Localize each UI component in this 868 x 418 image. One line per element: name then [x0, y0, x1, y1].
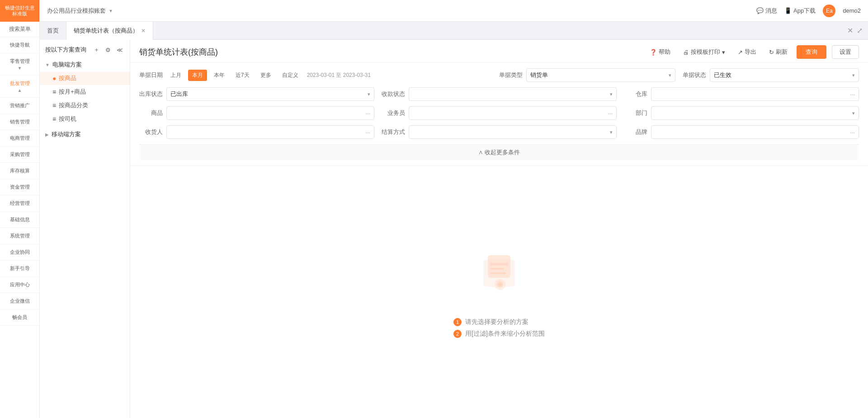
app-logo[interactable]: 畅捷信好生意 标准版: [0, 0, 39, 22]
print-btn[interactable]: 🖨 按模板打印 ▾: [679, 46, 729, 58]
date-this-year[interactable]: 本年: [210, 70, 229, 81]
tab-sales-report[interactable]: 销货单统计表（按商品） ✕: [66, 22, 153, 40]
scheme-item-by-cashier[interactable]: ≡ 按司机: [40, 112, 130, 126]
edit-scheme-btn[interactable]: ⚙: [104, 45, 113, 54]
page-title-bar: 销货单统计表(按商品) ❓ 帮助 🖨 按模板打印 ▾ ↗ 导出: [130, 40, 868, 63]
doc-status-value: 已生效: [714, 71, 731, 79]
doc-type-label: 单据类型: [499, 71, 523, 79]
header-dropdown-icon[interactable]: ▾: [109, 8, 112, 14]
doc-status-control[interactable]: 已生效 ▾: [710, 68, 859, 82]
sidebar-item-wholesale[interactable]: 批发管理 ▲: [0, 76, 39, 98]
date-last-month[interactable]: 上月: [166, 70, 185, 81]
warehouse-dots: ···: [850, 91, 855, 98]
sidebar-item-wechat[interactable]: 企业微信: [0, 293, 39, 309]
search-menu-item[interactable]: 搜索菜单: [0, 22, 39, 37]
sidebar-item-system[interactable]: 系统管理: [0, 228, 39, 244]
scheme-group-mobile-label: 移动端方案: [52, 130, 81, 138]
product-control[interactable]: ···: [166, 106, 374, 120]
date-range-text: 2023-03-01 至 2023-03-31: [307, 71, 371, 79]
scheme-group-mobile-header[interactable]: ▶ 移动端方案: [40, 128, 130, 141]
empty-tip-1: 1 请先选择要分析的方案: [453, 318, 545, 326]
tab-close-icon[interactable]: ✕: [141, 28, 146, 34]
svg-rect-1: [488, 255, 510, 278]
scheme-group-pc-label: 电脑端方案: [52, 61, 82, 69]
doc-type-control[interactable]: 销货单 ▾: [526, 68, 675, 82]
product-label: 商品: [139, 109, 163, 117]
doc-type-value: 销货单: [530, 71, 548, 79]
scheme-active-icon: ●: [52, 75, 56, 82]
warehouse-label: 仓库: [624, 90, 647, 98]
left-panel: 按以下方案查询 ＋ ⚙ ≪ ▼ 电脑端方案 ● 按商品 ≡ 按月: [40, 40, 130, 418]
scheme-group-pc-header[interactable]: ▼ 电脑端方案: [40, 58, 130, 71]
payment-status-control[interactable]: ▾: [409, 87, 617, 101]
date-last-7[interactable]: 近7天: [231, 70, 254, 81]
refresh-btn[interactable]: ↻ 刷新: [765, 46, 791, 58]
sidebar-item-member[interactable]: 畅会员: [0, 309, 39, 326]
top-header: 办公用品行业模拟账套 ▾ 💬 消息 📱 App下载 Ea demo2: [40, 0, 868, 22]
date-filter: 上月 本月 本年 近7天 更多 自定义 2023-03-01 至 2023-03…: [166, 70, 371, 81]
app-download-action[interactable]: 📱 App下载: [784, 7, 816, 15]
sidebar-item-purchase[interactable]: 采购管理: [0, 147, 39, 163]
product-dots: ···: [365, 110, 370, 117]
message-label: 消息: [765, 7, 777, 15]
empty-tip-2: 2 用[过滤]条件来缩小分析范围: [453, 330, 545, 338]
date-more[interactable]: 更多: [256, 70, 275, 81]
sidebar-item-operations[interactable]: 经营管理: [0, 195, 39, 212]
payment-status-label: 收款状态: [382, 90, 405, 98]
user-avatar[interactable]: Ea: [823, 5, 835, 17]
query-btn[interactable]: 查询: [797, 45, 826, 59]
date-label: 单据日期: [139, 71, 163, 79]
date-this-month[interactable]: 本月: [188, 70, 207, 81]
page-actions: ❓ 帮助 🖨 按模板打印 ▾ ↗ 导出 ↻ 刷新: [646, 45, 859, 59]
sidebar-item-inventory[interactable]: 库存核算: [0, 163, 39, 179]
out-status-control[interactable]: 已出库 ▾: [166, 87, 374, 101]
sidebar-item-corp[interactable]: 企业协同: [0, 244, 39, 261]
add-scheme-btn[interactable]: ＋: [92, 45, 101, 54]
sidebar-item-marketing[interactable]: 营销推广: [0, 98, 39, 114]
tip-num-2: 2: [453, 330, 462, 338]
brand-control[interactable]: ···: [651, 125, 859, 139]
tab-bar: 首页 销货单统计表（按商品） ✕ ✕ ⤢: [40, 22, 868, 40]
scheme-item-by-product[interactable]: ● 按商品: [40, 71, 130, 85]
sidebar-item-finance[interactable]: 资金管理: [0, 179, 39, 195]
scheme-category-icon: ≡: [52, 102, 56, 109]
sidebar-item-quick-nav[interactable]: 快捷导航: [0, 37, 39, 53]
filter-area: 单据日期 上月 本月 本年 近7天 更多 自定义 2023-03-01 至 20…: [130, 63, 868, 166]
tip-num-1: 1: [453, 318, 462, 326]
header-title: 办公用品行业模拟账套: [47, 7, 106, 15]
settlement-control[interactable]: ▾: [409, 125, 617, 139]
scheme-by-month-product-label: 按月+商品: [59, 88, 86, 96]
sidebar-item-retail[interactable]: 零售管理 ▼: [0, 53, 39, 76]
collapse-bar[interactable]: ∧ 收起更多条件: [139, 144, 859, 160]
sidebar-item-sales[interactable]: 销售管理: [0, 114, 39, 130]
sidebar-item-guide[interactable]: 新手引导: [0, 261, 39, 277]
receiver-control[interactable]: ···: [166, 125, 374, 139]
salesperson-control[interactable]: ···: [409, 106, 617, 120]
tab-home-label: 首页: [47, 27, 59, 35]
message-action[interactable]: 💬 消息: [756, 7, 777, 15]
settings-btn[interactable]: 设置: [832, 45, 859, 59]
sidebar-item-ecommerce[interactable]: 电商管理: [0, 130, 39, 147]
sidebar-item-apps[interactable]: 应用中心: [0, 277, 39, 293]
collapse-panel-btn[interactable]: ≪: [115, 45, 124, 54]
filter-warehouse: 仓库 ···: [624, 87, 859, 101]
scheme-month-icon: ≡: [52, 88, 56, 95]
help-btn[interactable]: ❓ 帮助: [646, 46, 674, 58]
department-control[interactable]: ▾: [651, 106, 859, 120]
export-btn[interactable]: ↗ 导出: [734, 46, 760, 58]
main-area: 办公用品行业模拟账套 ▾ 💬 消息 📱 App下载 Ea demo2 首页 销货…: [40, 0, 868, 418]
tip-text-2: 用[过滤]条件来缩小分析范围: [465, 330, 545, 338]
tab-home[interactable]: 首页: [40, 22, 66, 40]
date-custom[interactable]: 自定义: [278, 70, 302, 81]
scheme-item-by-category[interactable]: ≡ 按商品分类: [40, 99, 130, 112]
warehouse-control[interactable]: ···: [651, 87, 859, 101]
tab-maximize-icon[interactable]: ⤢: [857, 26, 863, 35]
filter-row-3: 商品 ··· 业务员 ··· 部门: [139, 106, 859, 120]
empty-icon: [472, 246, 526, 309]
brand-label: 品牌: [624, 128, 647, 136]
sidebar-item-basic[interactable]: 基础信息: [0, 212, 39, 228]
scheme-item-by-month-product[interactable]: ≡ 按月+商品: [40, 85, 130, 99]
tab-close-all-icon[interactable]: ✕: [847, 26, 853, 35]
svg-rect-2: [490, 263, 508, 265]
scheme-group-pc: ▼ 电脑端方案 ● 按商品 ≡ 按月+商品 ≡ 按商品分类 ≡ 按司机: [40, 58, 130, 126]
